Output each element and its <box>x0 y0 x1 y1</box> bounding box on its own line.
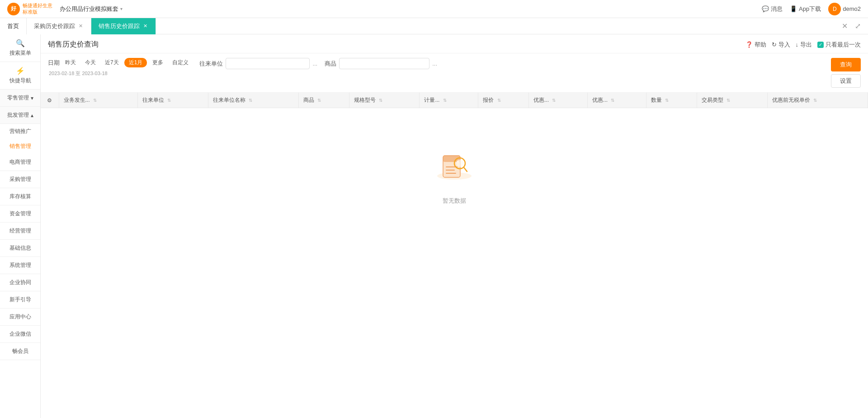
col-product[interactable]: 商品 ⇅ <box>299 93 349 108</box>
sidebar-item-retail-mgmt[interactable]: 零售管理 ▾ <box>0 90 40 107</box>
sidebar-item-app-center[interactable]: 应用中心 <box>0 309 40 326</box>
logo-text: 畅捷通好生意 标准版 <box>23 3 52 14</box>
sidebar-item-search-menu[interactable]: 🔍 搜索菜单 <box>0 34 40 62</box>
sidebar-item-purchase-mgmt[interactable]: 采购管理 <box>0 171 40 188</box>
export-button[interactable]: ↓ 导出 <box>796 41 812 49</box>
import-button[interactable]: ↻ 导入 <box>772 41 790 49</box>
sort-icon: ⇅ <box>379 98 382 103</box>
import-icon: ↻ <box>772 41 777 48</box>
date-filter-label: 日期 <box>48 59 60 67</box>
col-partner-name[interactable]: 往来单位名称 ⇅ <box>208 93 298 108</box>
date-range-display: 2023-02-18 至 2023-03-18 <box>48 70 192 77</box>
partner-filter-group: 往来单位 ... <box>199 58 317 69</box>
sidebar-item-inventory[interactable]: 库存核算 <box>0 188 40 205</box>
tab-purchase-close-icon[interactable]: ✕ <box>78 23 84 29</box>
col-partner-code[interactable]: 往来单位 ⇅ <box>137 93 208 108</box>
date-btn-last1month[interactable]: 近1月 <box>124 58 147 67</box>
main-layout: 🔍 搜索菜单 ⚡ 快捷导航 零售管理 ▾ 批发管理 ▴ 营销推广 销售管理 电商… <box>0 34 868 418</box>
sidebar-item-finance-mgmt[interactable]: 资金管理 <box>0 205 40 223</box>
col-pre-tax-price[interactable]: 优惠前无税单价 ⇅ <box>767 93 868 108</box>
sort-icon: ⇅ <box>726 98 730 103</box>
search-menu-icon: 🔍 <box>16 39 25 48</box>
col-trade-type[interactable]: 交易类型 ⇅ <box>697 93 767 108</box>
query-button[interactable]: 查询 <box>831 58 861 71</box>
help-button[interactable]: ❓ 帮助 <box>745 41 766 49</box>
sidebar-item-wholesale-mgmt[interactable]: 批发管理 ▴ <box>0 107 40 124</box>
filter-bar: 日期 昨天 今天 近7天 近1月 更多 自定义 2023-02-18 至 202… <box>41 53 868 93</box>
date-filter-row: 日期 昨天 今天 近7天 近1月 更多 自定义 <box>48 58 192 67</box>
data-table: ⚙ 业务发生... ⇅ 往来单位 ⇅ 往来单位名称 ⇅ <box>41 93 868 108</box>
sort-icon: ⇅ <box>552 98 556 103</box>
header-right: 💬 消息 📱 App下载 D demo2 <box>762 3 861 15</box>
col-settings[interactable]: ⚙ <box>41 93 59 108</box>
date-options: 昨天 今天 近7天 近1月 更多 自定义 <box>61 58 192 67</box>
sidebar-item-marketing[interactable]: 营销推广 <box>0 124 40 139</box>
col-price[interactable]: 报价 ⇅ <box>478 93 529 108</box>
settings-button[interactable]: 设置 <box>831 74 861 88</box>
logo-area: 好 畅捷通好生意 标准版 <box>7 3 52 15</box>
sidebar-item-new-guide[interactable]: 新手引导 <box>0 291 40 309</box>
product-filter-input[interactable] <box>339 58 429 69</box>
tab-sales-close-icon[interactable]: ✕ <box>142 23 148 29</box>
partner-filter-label: 往来单位 <box>199 60 223 68</box>
tab-purchase-history[interactable]: 采购历史价跟踪 ✕ <box>27 18 91 34</box>
app-download-action[interactable]: 📱 App下载 <box>790 5 821 13</box>
sidebar: 🔍 搜索菜单 ⚡ 快捷导航 零售管理 ▾ 批发管理 ▴ 营销推广 销售管理 电商… <box>0 34 41 418</box>
user-menu[interactable]: D demo2 <box>828 3 861 15</box>
top-header: 好 畅捷通好生意 标准版 办公用品行业模拟账套 ▾ 💬 消息 📱 App下载 D… <box>0 0 868 18</box>
svg-point-7 <box>456 160 463 167</box>
sidebar-item-member[interactable]: 畅会员 <box>0 343 40 360</box>
sidebar-item-sales-mgmt[interactable]: 销售管理 <box>0 139 40 154</box>
col-discount1[interactable]: 优惠... ⇅ <box>529 93 588 108</box>
page-header: 销售历史价查询 ❓ 帮助 ↻ 导入 ↓ 导出 ✓ 只看最后一次 <box>41 34 868 53</box>
export-icon: ↓ <box>796 41 799 48</box>
col-spec[interactable]: 规格型号 ⇅ <box>349 93 420 108</box>
gear-icon[interactable]: ⚙ <box>47 97 52 104</box>
message-icon: 💬 <box>762 5 769 12</box>
product-filter-dots[interactable]: ... <box>432 60 437 67</box>
sidebar-item-system-mgmt[interactable]: 系统管理 <box>0 257 40 274</box>
only-last-checkbox[interactable]: ✓ <box>817 42 824 48</box>
col-unit[interactable]: 计量... ⇅ <box>420 93 478 108</box>
date-btn-last7days[interactable]: 近7天 <box>101 58 123 67</box>
chevron-up-icon: ▴ <box>31 112 33 119</box>
sort-icon: ⇅ <box>497 98 501 103</box>
only-last-checkbox-area[interactable]: ✓ 只看最后一次 <box>817 41 861 49</box>
sidebar-item-enterprise-collab[interactable]: 企业协同 <box>0 274 40 291</box>
date-btn-yesterday[interactable]: 昨天 <box>61 58 80 67</box>
product-filter-label: 商品 <box>325 60 336 68</box>
sidebar-item-ecom-mgmt[interactable]: 电商管理 <box>0 154 40 171</box>
col-biz-date[interactable]: 业务发生... ⇅ <box>59 93 137 108</box>
sidebar-item-enterprise-wechat[interactable]: 企业微信 <box>0 326 40 343</box>
tab-bar-right: ✕ ⤢ <box>840 20 868 32</box>
date-btn-more[interactable]: 更多 <box>149 58 167 67</box>
sort-icon: ⇅ <box>611 98 614 103</box>
page-title: 销售历史价查询 <box>48 40 99 49</box>
sort-icon: ⇅ <box>93 98 97 103</box>
sidebar-item-operations-mgmt[interactable]: 经营管理 <box>0 223 40 240</box>
app-selector[interactable]: 办公用品行业模拟账套 ▾ <box>56 3 126 15</box>
message-action[interactable]: 💬 消息 <box>762 5 783 13</box>
date-btn-today[interactable]: 今天 <box>81 58 99 67</box>
partner-filter-input[interactable] <box>226 58 310 69</box>
col-quantity[interactable]: 数量 ⇅ <box>646 93 697 108</box>
empty-state: 暂无数据 <box>41 108 868 241</box>
partner-filter-dots[interactable]: ... <box>312 60 317 67</box>
sort-icon: ⇅ <box>665 98 669 103</box>
avatar: D <box>828 3 841 15</box>
quick-nav-icon: ⚡ <box>16 66 25 75</box>
page-actions: ❓ 帮助 ↻ 导入 ↓ 导出 ✓ 只看最后一次 <box>745 41 861 49</box>
header-left: 好 畅捷通好生意 标准版 办公用品行业模拟账套 ▾ <box>7 3 126 15</box>
sidebar-item-quick-nav[interactable]: ⚡ 快捷导航 <box>0 62 40 90</box>
product-filter-group: 商品 ... <box>325 58 437 69</box>
tab-sales-history[interactable]: 销售历史价跟踪 ✕ <box>91 18 156 34</box>
tab-maximize-icon[interactable]: ⤢ <box>853 20 863 32</box>
sidebar-item-basic-info[interactable]: 基础信息 <box>0 240 40 257</box>
tab-close-all-icon[interactable]: ✕ <box>840 20 849 32</box>
help-icon: ❓ <box>745 41 753 48</box>
logo-icon: 好 <box>7 3 20 15</box>
chevron-down-icon: ▾ <box>31 95 33 101</box>
tab-home[interactable]: 首页 <box>0 18 27 34</box>
date-btn-custom[interactable]: 自定义 <box>169 58 192 67</box>
col-discount2[interactable]: 优惠... ⇅ <box>588 93 646 108</box>
